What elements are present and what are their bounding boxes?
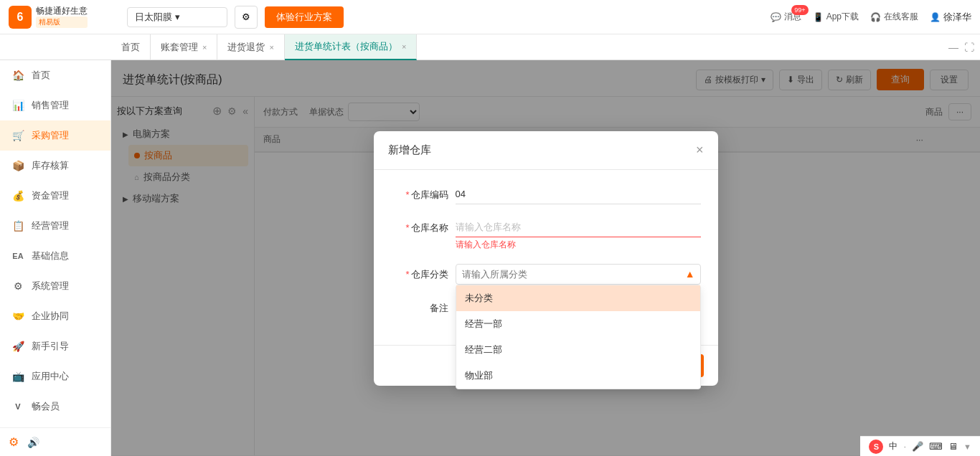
sidebar-item-inventory[interactable]: 📦 库存核算 (0, 151, 110, 181)
system-icon: ⚙ (11, 280, 24, 293)
name-input[interactable] (456, 217, 701, 237)
brand-s-icon: S (869, 440, 883, 454)
main-layout: 🏠 首页 📊 销售管理 🛒 采购管理 📦 库存核算 💰 资金管理 📋 经营管理 … (0, 60, 980, 456)
modal-close-button[interactable]: × (696, 143, 704, 158)
message-icon: 💬 (771, 12, 781, 22)
dropdown-item-dept1[interactable]: 经营一部 (456, 311, 700, 337)
sidebar-item-label: 畅会员 (32, 400, 60, 413)
online-service-label: 在线客服 (884, 11, 918, 23)
logo-badge: 精易版 (36, 16, 88, 28)
store-name: 日太阳膜 (135, 11, 172, 24)
sales-icon: 📊 (11, 99, 24, 112)
sidebar-item-beginner[interactable]: 🚀 新手引导 (0, 331, 110, 361)
tab-maximize-icon[interactable]: ⛶ (964, 42, 974, 53)
store-selector[interactable]: 日太阳膜 ▾ (127, 7, 227, 27)
chevron-up-icon[interactable]: ▲ (685, 268, 695, 280)
tab-bar: 首页 账套管理 × 进货退货 × 进货单统计表（按商品） × — ⛶ (0, 34, 980, 60)
sidebar-item-label: 首页 (32, 69, 50, 82)
top-header: 6 畅捷通好生意 精易版 日太阳膜 ▾ ⚙ 体验行业方案 💬 99+ 消息 📱 … (0, 0, 980, 34)
category-input-wrap: ▲ 未分类 经营一部 经营二部 物业部 (456, 264, 701, 285)
trial-button[interactable]: 体验行业方案 (265, 6, 344, 28)
tab-close-icon[interactable]: × (269, 43, 273, 52)
sidebar-item-label: 新手引导 (32, 340, 69, 353)
tab-close-icon[interactable]: × (202, 43, 207, 52)
vip-icon: V (11, 400, 24, 413)
tab-close-icon[interactable]: × (402, 42, 406, 51)
content-area: 进货单统计(按商品) 🖨 按模板打印 ▾ ⬇ 导出 ↻ 刷新 查询 设置 (111, 60, 980, 456)
modal-body: *仓库编码 *仓库名称 请输入仓库名称 (374, 170, 718, 345)
tab-account-management[interactable]: 账套管理 × (151, 34, 217, 60)
mobile-icon: 📱 (813, 12, 824, 22)
dropdown-item-property[interactable]: 物业部 (456, 363, 700, 389)
status-chinese[interactable]: 中 (889, 440, 897, 452)
chevron-down-icon: ▾ (175, 11, 180, 22)
home-icon: 🏠 (11, 69, 24, 82)
sidebar-item-operations[interactable]: 📋 经营管理 (0, 211, 110, 241)
user-name: 徐泽华 (943, 11, 971, 24)
dropdown-item-unclassified[interactable]: 未分类 (456, 285, 700, 311)
sidebar-item-label: 基础信息 (32, 250, 69, 262)
modal-overlay: 新增仓库 × *仓库编码 (111, 60, 980, 456)
user-profile[interactable]: 👤 徐泽华 (930, 11, 971, 24)
sidebar-item-label: 采购管理 (32, 129, 69, 142)
sidebar-item-finance[interactable]: 💰 资金管理 (0, 181, 110, 211)
tab-purchase-stats[interactable]: 进货单统计表（按商品） × (285, 34, 417, 60)
notes-label: 备注 (391, 298, 448, 315)
sidebar-item-sales[interactable]: 📊 销售管理 (0, 90, 110, 120)
sidebar-item-app-center[interactable]: 📺 应用中心 (0, 361, 110, 391)
tab-label: 首页 (121, 41, 140, 54)
headset-icon: 🎧 (870, 12, 881, 22)
sidebar-item-label: 资金管理 (32, 189, 69, 202)
settings-bottom-icon[interactable]: ⚙ (9, 435, 19, 449)
dropdown-item-dept2[interactable]: 经营二部 (456, 337, 700, 363)
sidebar-item-label: 销售管理 (32, 99, 69, 112)
sidebar-item-basic-info[interactable]: EA 基础信息 (0, 241, 110, 271)
sidebar-item-label: 系统管理 (32, 280, 69, 293)
category-label: *仓库分类 (391, 264, 448, 281)
enterprise-icon: 🤝 (11, 310, 24, 323)
chevron-down-status[interactable]: ▼ (963, 442, 971, 451)
sidebar-item-label: 经营管理 (32, 219, 69, 232)
beginner-icon: 🚀 (11, 340, 24, 353)
inventory-icon: 📦 (11, 159, 24, 172)
monitor-icon[interactable]: 🖥 (948, 441, 958, 452)
message-button[interactable]: 💬 99+ 消息 (771, 11, 801, 23)
sidebar: 🏠 首页 📊 销售管理 🛒 采购管理 📦 库存核算 💰 资金管理 📋 经营管理 … (0, 60, 111, 456)
settings-button[interactable]: ⚙ (235, 6, 258, 29)
sidebar-bottom: ⚙ 🔊 (0, 427, 111, 456)
speaker-icon[interactable]: 🔊 (27, 437, 39, 448)
basic-info-icon: EA (11, 250, 24, 262)
app-download-button[interactable]: 📱 App下载 (813, 11, 859, 23)
message-badge: 99+ (791, 5, 808, 15)
purchase-icon: 🛒 (11, 129, 24, 142)
tab-minimize-icon[interactable]: — (948, 42, 958, 53)
name-field-row: *仓库名称 请输入仓库名称 (391, 217, 701, 251)
code-input[interactable] (456, 184, 701, 204)
sidebar-item-home[interactable]: 🏠 首页 (0, 60, 110, 90)
sidebar-item-purchase[interactable]: 🛒 采购管理 (0, 120, 110, 151)
sidebar-item-system[interactable]: ⚙ 系统管理 (0, 271, 110, 301)
code-label: *仓库编码 (391, 184, 448, 201)
status-dot: · (903, 441, 906, 452)
tab-home[interactable]: 首页 (111, 34, 151, 60)
modal-header: 新增仓库 × (374, 131, 718, 170)
sidebar-item-label: 企业协同 (32, 310, 69, 323)
online-service-button[interactable]: 🎧 在线客服 (870, 11, 918, 23)
modal-title: 新增仓库 (388, 143, 431, 157)
sidebar-item-enterprise[interactable]: 🤝 企业协同 (0, 301, 110, 331)
sidebar-item-label: 库存核算 (32, 159, 69, 172)
code-field-row: *仓库编码 (391, 184, 701, 204)
name-label: *仓库名称 (391, 217, 448, 234)
logo-name: 畅捷通好生意 (36, 6, 88, 17)
sidebar-item-vip[interactable]: V 畅会员 (0, 391, 110, 422)
tab-purchase-return[interactable]: 进货退货 × (217, 34, 284, 60)
category-input[interactable] (456, 264, 701, 285)
app-download-label: App下载 (826, 11, 859, 23)
gear-icon: ⚙ (242, 11, 250, 22)
keyboard-icon[interactable]: ⌨ (929, 441, 943, 452)
tab-label: 进货退货 (227, 41, 265, 54)
warehouse-modal: 新增仓库 × *仓库编码 (374, 131, 718, 386)
name-error-msg: 请输入仓库名称 (456, 239, 701, 251)
logo-area: 6 畅捷通好生意 精易版 (9, 6, 120, 29)
mic-icon[interactable]: 🎤 (912, 441, 923, 452)
